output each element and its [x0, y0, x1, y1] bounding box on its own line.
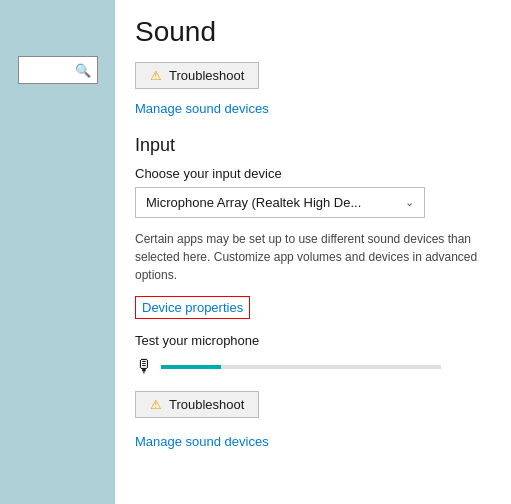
- page-title: Sound: [135, 16, 491, 48]
- input-device-dropdown[interactable]: Microphone Array (Realtek High De... ⌄: [135, 187, 425, 218]
- troubleshoot-top-label: Troubleshoot: [169, 68, 244, 83]
- sidebar: 🔍: [0, 0, 115, 504]
- input-section-title: Input: [135, 135, 491, 156]
- device-properties-link[interactable]: Device properties: [135, 296, 250, 319]
- mic-test-row: 🎙: [135, 356, 491, 377]
- search-box[interactable]: 🔍: [18, 56, 98, 84]
- search-icon: 🔍: [75, 63, 91, 78]
- mic-level-fill: [161, 365, 221, 369]
- main-content: Sound ⚠ Troubleshoot Manage sound device…: [115, 0, 511, 504]
- manage-sound-devices-bottom-link[interactable]: Manage sound devices: [135, 434, 491, 449]
- troubleshoot-bottom-label: Troubleshoot: [169, 397, 244, 412]
- input-description: Certain apps may be set up to use differ…: [135, 230, 491, 284]
- choose-input-label: Choose your input device: [135, 166, 491, 181]
- microphone-icon: 🎙: [135, 356, 153, 377]
- troubleshoot-top-button[interactable]: ⚠ Troubleshoot: [135, 62, 259, 89]
- warning-icon-bottom: ⚠: [150, 397, 162, 412]
- dropdown-value: Microphone Array (Realtek High De...: [146, 195, 399, 210]
- manage-sound-devices-top-link[interactable]: Manage sound devices: [135, 101, 269, 116]
- mic-level-bar: [161, 365, 441, 369]
- troubleshoot-bottom-button[interactable]: ⚠ Troubleshoot: [135, 391, 259, 418]
- chevron-down-icon: ⌄: [405, 196, 414, 209]
- test-mic-label: Test your microphone: [135, 333, 491, 348]
- warning-icon-top: ⚠: [150, 68, 162, 83]
